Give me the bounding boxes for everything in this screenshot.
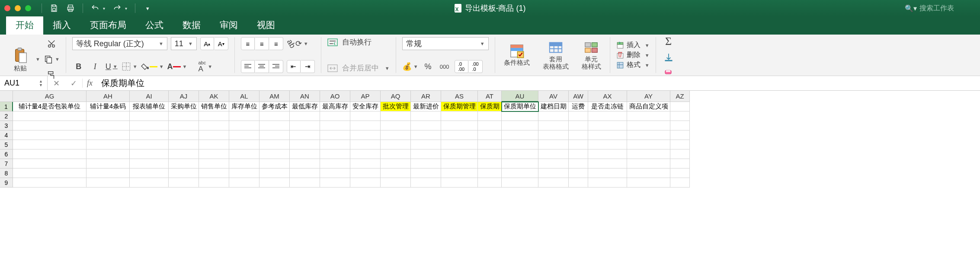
align-center-icon[interactable] — [255, 60, 269, 73]
cell[interactable] — [130, 149, 169, 159]
cell[interactable] — [627, 121, 670, 130]
cell[interactable] — [259, 149, 290, 159]
cell[interactable] — [538, 111, 569, 121]
col-header-AR[interactable]: AR — [411, 91, 441, 102]
cell[interactable] — [290, 178, 320, 188]
cell[interactable] — [199, 178, 229, 188]
conditional-format-button[interactable]: 条件格式 — [501, 43, 532, 67]
cell[interactable] — [588, 121, 627, 130]
phonetic-guide-button[interactable]: abcA▼ — [198, 60, 212, 73]
cell[interactable] — [478, 140, 502, 149]
cell[interactable] — [627, 168, 670, 178]
border-button[interactable]: ▼ — [122, 60, 138, 73]
cell[interactable]: 最新进价 — [411, 102, 441, 111]
cell[interactable] — [350, 178, 381, 188]
fill-color-button[interactable]: ▼ — [141, 60, 164, 73]
cell[interactable] — [670, 168, 690, 178]
tab-home[interactable]: 开始 — [6, 16, 43, 35]
bold-button[interactable]: B — [72, 60, 85, 73]
cell[interactable] — [13, 159, 86, 168]
cell[interactable] — [502, 149, 538, 159]
row-header[interactable]: 2 — [0, 111, 13, 121]
cell[interactable] — [169, 140, 199, 149]
cell[interactable] — [229, 140, 259, 149]
align-left-icon[interactable] — [241, 60, 255, 73]
cell[interactable] — [538, 140, 569, 149]
cell[interactable] — [13, 140, 86, 149]
cell[interactable] — [381, 121, 411, 130]
cell[interactable] — [290, 111, 320, 121]
cell[interactable] — [13, 130, 86, 140]
cell[interactable]: 最高库存 — [320, 102, 350, 111]
cell[interactable]: 采购单位 — [169, 102, 199, 111]
cell[interactable] — [86, 159, 130, 168]
cell[interactable] — [350, 121, 381, 130]
increase-decimal-icon[interactable]: .0.00 — [455, 60, 468, 73]
cell[interactable] — [502, 130, 538, 140]
align-middle-icon[interactable]: ≡ — [255, 37, 269, 50]
cell[interactable] — [588, 168, 627, 178]
cell[interactable] — [588, 178, 627, 188]
cell[interactable] — [478, 178, 502, 188]
cell[interactable] — [130, 140, 169, 149]
cell[interactable] — [229, 130, 259, 140]
cell[interactable] — [670, 159, 690, 168]
cell[interactable] — [502, 121, 538, 130]
close-window-button[interactable] — [4, 5, 10, 11]
cell[interactable] — [441, 178, 478, 188]
cell[interactable] — [627, 159, 670, 168]
cell[interactable] — [569, 130, 588, 140]
cell[interactable]: 报表辅单位 — [130, 102, 169, 111]
increase-font-icon[interactable]: A▴ — [200, 37, 214, 50]
cell[interactable]: 是否走冻链 — [588, 102, 627, 111]
cell[interactable] — [130, 159, 169, 168]
tab-view[interactable]: 视图 — [247, 16, 285, 35]
cell[interactable]: 商品自定义项 — [627, 102, 670, 111]
row-header[interactable]: 8 — [0, 168, 13, 178]
cell[interactable] — [290, 130, 320, 140]
col-header-AS[interactable]: AS — [441, 91, 478, 102]
align-bottom-icon[interactable]: ≡ — [269, 37, 283, 50]
cell[interactable] — [502, 178, 538, 188]
row-header[interactable]: 5 — [0, 140, 13, 149]
cell[interactable] — [441, 121, 478, 130]
number-format-combo[interactable]: 常规▼ — [402, 37, 489, 50]
confirm-formula-button[interactable]: ✓ — [65, 79, 82, 88]
cell[interactable] — [411, 159, 441, 168]
currency-button[interactable]: 💰▼ — [402, 60, 418, 73]
cell[interactable] — [381, 149, 411, 159]
cell[interactable] — [130, 168, 169, 178]
cell[interactable] — [411, 121, 441, 130]
search-input[interactable] — [919, 4, 976, 12]
wrap-text-button[interactable]: 自动换行 — [327, 37, 390, 47]
cell[interactable] — [670, 111, 690, 121]
col-header-AW[interactable]: AW — [569, 91, 588, 102]
tab-data[interactable]: 数据 — [173, 16, 210, 35]
cell[interactable] — [320, 130, 350, 140]
cell[interactable] — [478, 159, 502, 168]
cell[interactable] — [588, 111, 627, 121]
cell[interactable] — [381, 130, 411, 140]
cell[interactable]: 建档日期 — [538, 102, 569, 111]
cell[interactable] — [381, 140, 411, 149]
cell[interactable] — [569, 149, 588, 159]
cell[interactable] — [13, 168, 86, 178]
cell[interactable] — [569, 121, 588, 130]
cell[interactable] — [538, 121, 569, 130]
cell[interactable] — [538, 159, 569, 168]
format-as-table-button[interactable]: 套用 表格格式 — [540, 39, 571, 71]
font-name-combo[interactable]: 等线 Regular (正文)▼ — [72, 37, 167, 50]
percent-button[interactable]: % — [422, 60, 435, 73]
cell[interactable] — [13, 121, 86, 130]
cell[interactable] — [411, 178, 441, 188]
cell[interactable] — [130, 121, 169, 130]
row-header[interactable]: 4 — [0, 130, 13, 140]
redo-icon[interactable] — [113, 4, 122, 13]
cell[interactable] — [627, 149, 670, 159]
underline-button[interactable]: U▼ — [105, 60, 118, 73]
cell[interactable] — [478, 149, 502, 159]
cell[interactable] — [441, 111, 478, 121]
cell[interactable] — [502, 159, 538, 168]
row-header[interactable]: 6 — [0, 149, 13, 159]
cell[interactable]: 库存单位 — [229, 102, 259, 111]
